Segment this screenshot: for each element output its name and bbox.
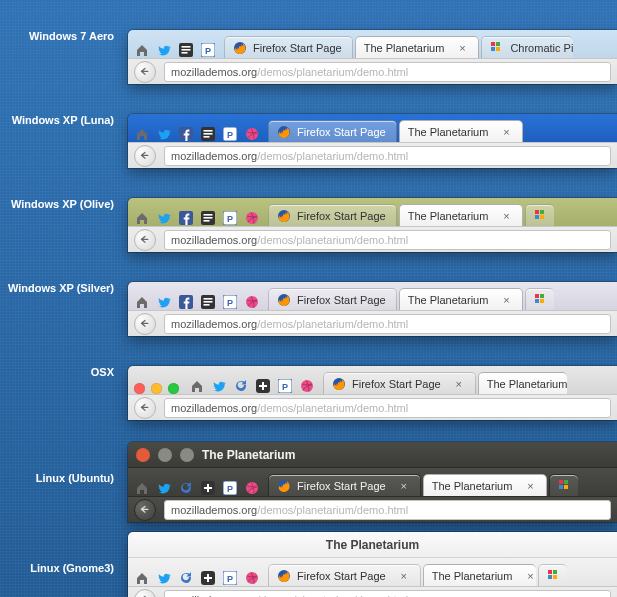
refresh-icon[interactable] [233,378,249,394]
dribbble-icon[interactable] [244,126,260,142]
tab-aero-1[interactable]: The Planetarium× [355,36,480,58]
twitter-icon[interactable] [156,480,172,496]
window-close-icon[interactable] [136,448,150,462]
tab-olive-0[interactable]: Firefox Start Page [268,204,397,226]
home-icon[interactable] [189,378,205,394]
tab-osx-1[interactable]: The Planetarium [478,372,568,394]
tab-strip: Firefox Start Page The Planetarium× [128,282,617,310]
tab-strip: Firefox Start Page× The Planetarium× [128,558,617,586]
twitter-icon[interactable] [156,210,172,226]
tab-close-icon[interactable]: × [500,126,512,138]
nav-back-button[interactable] [134,499,156,521]
parking-icon[interactable] [222,210,238,226]
nav-back-button[interactable] [134,229,156,251]
browser-window-ubuntu: The Planetarium Firefox Start Page× The … [128,442,617,522]
reader-icon[interactable] [178,42,194,58]
nav-back-button[interactable] [134,313,156,335]
dribbble-icon[interactable] [244,570,260,586]
tab-luna-1[interactable]: The Planetarium× [399,120,524,142]
tab-close-icon[interactable]: × [398,480,410,492]
facebook-icon[interactable] [178,126,194,142]
tab-close-icon[interactable]: × [524,570,536,582]
tab-gnome-0[interactable]: Firefox Start Page× [268,564,421,586]
tab-close-icon[interactable]: × [500,210,512,222]
home-icon[interactable] [134,480,150,496]
home-icon[interactable] [134,570,150,586]
home-icon[interactable] [134,42,150,58]
dribbble-icon[interactable] [244,210,260,226]
traffic-close-icon[interactable] [134,383,145,394]
window-minimize-icon[interactable] [158,448,172,462]
tab-ubuntu-1[interactable]: The Planetarium× [423,474,548,496]
tab-silver-1[interactable]: The Planetarium× [399,288,524,310]
traffic-minimize-icon[interactable] [151,383,162,394]
window-maximize-icon[interactable] [180,448,194,462]
twitter-icon[interactable] [211,378,227,394]
pinned-tabs [134,126,260,142]
tab-gnome-1[interactable]: The Planetarium× [423,564,537,586]
refresh-icon[interactable] [178,570,194,586]
tab-silver-0[interactable]: Firefox Start Page [268,288,397,310]
address-bar[interactable]: mozillademos.org/demos/planetarium/demo.… [164,398,611,418]
tab-aero-0[interactable]: Firefox Start Page [224,36,353,58]
parking-icon[interactable] [277,378,293,394]
twitter-icon[interactable] [156,570,172,586]
tab-close-icon[interactable]: × [524,480,536,492]
facebook-icon[interactable] [178,210,194,226]
nav-back-button[interactable] [134,589,156,598]
parking-icon[interactable] [222,570,238,586]
dribbble-icon[interactable] [299,378,315,394]
plus-icon[interactable] [255,378,271,394]
reader-icon[interactable] [200,210,216,226]
tab-label: The Planetarium [487,378,568,390]
facebook-icon[interactable] [178,294,194,310]
firefox-icon [277,209,291,223]
tab-close-icon[interactable]: × [456,42,468,54]
twitter-icon[interactable] [156,126,172,142]
address-bar[interactable]: mozillademos.org/demos/planetarium/demo.… [164,500,611,520]
tab-olive-2[interactable] [525,204,554,226]
tab-ubuntu-0[interactable]: Firefox Start Page× [268,474,421,496]
pinned-tabs [134,210,260,226]
tab-luna-0[interactable]: Firefox Start Page [268,120,397,142]
home-icon[interactable] [134,294,150,310]
home-icon[interactable] [134,210,150,226]
address-bar[interactable]: mozillademos.org/demos/planetarium/demo.… [164,62,611,82]
plus-icon[interactable] [200,570,216,586]
parking-icon[interactable] [222,126,238,142]
dribbble-icon[interactable] [244,294,260,310]
plus-icon[interactable] [200,480,216,496]
nav-back-button[interactable] [134,145,156,167]
tab-close-icon[interactable]: × [453,378,465,390]
grid-icon [558,479,572,493]
tab-silver-2[interactable] [525,288,554,310]
tab-close-icon[interactable]: × [398,570,410,582]
parking-icon[interactable] [200,42,216,58]
tab-gnome-2[interactable] [538,564,567,586]
address-bar[interactable]: mozillademos.org/demos/planetarium/demo.… [164,230,611,250]
tab-label: Firefox Start Page [297,570,386,582]
tab-aero-2[interactable]: Chromatic Pi [481,36,573,58]
reader-icon[interactable] [200,294,216,310]
nav-back-button[interactable] [134,397,156,419]
dribbble-icon[interactable] [244,480,260,496]
parking-icon[interactable] [222,294,238,310]
refresh-icon[interactable] [178,480,194,496]
nav-back-button[interactable] [134,61,156,83]
twitter-icon[interactable] [156,42,172,58]
parking-icon[interactable] [222,480,238,496]
reader-icon[interactable] [200,126,216,142]
tab-strip: Firefox Start Page The Planetarium× [128,198,617,226]
tab-osx-0[interactable]: Firefox Start Page× [323,372,476,394]
url-host: mozillademos.org [171,594,257,598]
traffic-zoom-icon[interactable] [168,383,179,394]
url-host: mozillademos.org [171,402,257,414]
address-bar[interactable]: mozillademos.org/demos/planetarium/demo.… [164,590,611,598]
tab-close-icon[interactable]: × [500,294,512,306]
address-bar[interactable]: mozillademos.org/demos/planetarium/demo.… [164,146,611,166]
home-icon[interactable] [134,126,150,142]
address-bar[interactable]: mozillademos.org/demos/planetarium/demo.… [164,314,611,334]
twitter-icon[interactable] [156,294,172,310]
tab-olive-1[interactable]: The Planetarium× [399,204,524,226]
tab-ubuntu-2[interactable] [549,474,578,496]
